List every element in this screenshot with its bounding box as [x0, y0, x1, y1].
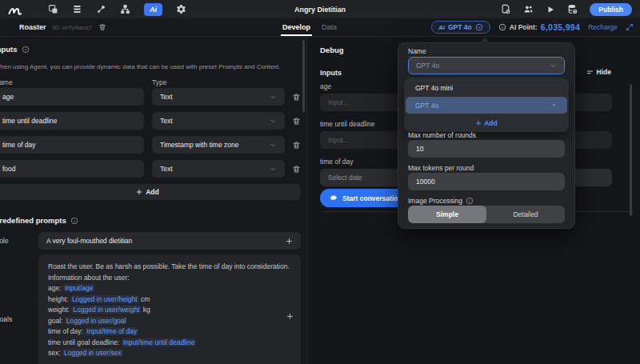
chevron-down-icon: [270, 118, 277, 125]
goal-line: age: Input/age: [48, 283, 291, 294]
input-row: ageText: [0, 88, 306, 106]
info-icon: [498, 23, 506, 31]
name-column-header: Name: [0, 78, 13, 86]
model-options-dropdown: GPT 4o miniGPT 4oAdd: [404, 78, 569, 132]
model-selector-pill[interactable]: Ai GPT 4o: [431, 21, 490, 34]
rounds-input[interactable]: 10: [408, 140, 565, 158]
variable-chip[interactable]: Logged in user/height: [70, 295, 139, 303]
trash-icon: [292, 117, 301, 126]
main-nav: Ai: [48, 3, 186, 16]
model-option[interactable]: GPT 4o: [406, 97, 567, 114]
ai-tab-icon[interactable]: Ai: [144, 3, 162, 16]
input-name-field[interactable]: time until deadline: [0, 112, 144, 130]
collapse-icon: [586, 69, 594, 76]
model-select[interactable]: GPT 4o: [408, 57, 565, 74]
hierarchy-icon[interactable]: [120, 4, 130, 14]
trash-icon: [292, 93, 301, 102]
input-name-field[interactable]: age: [0, 88, 144, 106]
role-input[interactable]: A very foul-mouthed dietitian: [38, 232, 301, 250]
input-row: time until deadlineText: [0, 112, 306, 130]
debug-inputs-label: Inputs: [320, 69, 342, 77]
model-option[interactable]: GPT 4o mini: [406, 79, 567, 96]
variable-chip[interactable]: Logged in user/sex: [62, 349, 123, 357]
pages-icon[interactable]: [48, 4, 58, 14]
goal-line: height: Logged in user/height cm: [48, 294, 291, 306]
agent-toolbar: Roaster ID: m7u9ace7 Develop Data Ai GPT…: [0, 18, 640, 37]
info-icon[interactable]: [70, 217, 78, 225]
input-type-select[interactable]: Text: [152, 160, 285, 178]
delete-input-button[interactable]: [292, 117, 301, 126]
goal-line: time of day: Input/time of day: [48, 326, 291, 338]
input-name-field[interactable]: food: [0, 160, 144, 178]
trash-icon: [292, 141, 301, 150]
model-name-label: Name: [408, 47, 426, 55]
hide-button[interactable]: Hide: [586, 68, 611, 76]
variable-chip[interactable]: Logged in user/goal: [65, 317, 128, 325]
recharge-link[interactable]: Recharge: [588, 23, 618, 31]
input-type-select[interactable]: Text: [152, 88, 285, 106]
info-icon[interactable]: [22, 46, 30, 54]
input-name-field[interactable]: time of day: [0, 136, 144, 154]
delete-agent-icon[interactable]: [98, 23, 106, 31]
add-role-icon[interactable]: [286, 238, 293, 245]
goal-line: Information about the user:: [48, 273, 291, 284]
top-bar: Ai Angry Dietitian Publish: [0, 0, 640, 18]
tokens-input[interactable]: 10000: [408, 173, 565, 190]
users-icon[interactable]: [523, 4, 534, 14]
delete-input-button[interactable]: [292, 93, 301, 102]
segment-simple[interactable]: Simple: [408, 206, 486, 223]
goal-line: sex: Logged in user/sex: [48, 348, 291, 359]
left-scrollbar[interactable]: [302, 40, 305, 112]
variable-chip[interactable]: Input/age: [63, 284, 94, 292]
tokens-label: Max tokens per round: [408, 164, 474, 172]
workflow-icon[interactable]: [96, 4, 106, 14]
data-stack-icon[interactable]: [72, 4, 82, 14]
segment-detailed[interactable]: Detailed: [486, 206, 565, 223]
role-label: Role: [0, 237, 8, 245]
image-processing-toggle: Simple Detailed: [408, 206, 565, 223]
ai-point-counter: AI Point: 6,035,994: [498, 22, 580, 32]
input-type-select[interactable]: Text: [152, 112, 285, 130]
chevron-down-icon: [270, 166, 277, 173]
model-settings-popover: Name GPT 4o GPT 4o miniGPT 4oAdd Max num…: [398, 42, 575, 229]
goals-textarea[interactable]: Roast the user. Be as harsh as possible.…: [38, 254, 301, 364]
info-icon[interactable]: [466, 197, 474, 205]
delete-input-button[interactable]: [292, 141, 301, 150]
input-row: foodText: [0, 160, 306, 178]
goal-line: weight: Logged in user/weight kg: [48, 305, 291, 316]
right-scrollbar[interactable]: [630, 84, 632, 216]
variable-chip[interactable]: Input/time until deadline: [122, 338, 197, 346]
role-value: A very foul-mouthed dietitian: [46, 237, 286, 245]
type-column-header: Type: [152, 78, 166, 86]
circle-chevron-icon: [475, 23, 483, 31]
delete-input-button[interactable]: [292, 165, 301, 174]
publish-button[interactable]: Publish: [590, 3, 632, 16]
variable-chip[interactable]: Input/time of day: [85, 327, 138, 335]
config-panel: Inputs When using Agent, you can provide…: [0, 37, 307, 364]
tab-data[interactable]: Data: [322, 18, 337, 36]
ai-point-label: AI Point:: [510, 23, 538, 31]
goal-line: time until goal deadline: Input/time unt…: [48, 338, 291, 349]
ai-glyph-icon: Ai: [438, 24, 445, 31]
goal-line: Roast the user. Be as harsh as possible.…: [48, 262, 291, 273]
develop-data-tabs: Develop Data: [282, 18, 337, 36]
goal-line: goal: Logged in user/goal: [48, 316, 291, 327]
database-check-icon[interactable]: [567, 4, 578, 14]
agent-id: ID: m7u9ace7: [53, 24, 93, 31]
toolbar-right: Ai GPT 4o AI Point: 6,035,994 Recharge: [431, 18, 634, 36]
tab-develop[interactable]: Develop: [282, 18, 310, 36]
add-model-button[interactable]: Add: [404, 114, 569, 131]
model-select-value: GPT 4o: [416, 62, 439, 70]
app-window: Ai Angry Dietitian Publish Roaster: [0, 0, 640, 364]
add-input-button[interactable]: Add: [0, 184, 301, 200]
variable-chip[interactable]: Logged in user/weight: [71, 306, 141, 314]
file-settings-icon[interactable]: [501, 4, 511, 14]
app-title: Angry Dietitian: [294, 6, 346, 14]
check-icon: [550, 102, 558, 109]
preview-play-icon[interactable]: [546, 5, 555, 14]
add-goal-icon[interactable]: [286, 313, 294, 320]
expand-icon[interactable]: [626, 23, 634, 31]
momen-logo-icon[interactable]: [8, 4, 27, 15]
input-type-select[interactable]: Timestamp with time zone: [152, 136, 285, 154]
settings-gear-icon[interactable]: [176, 4, 186, 14]
